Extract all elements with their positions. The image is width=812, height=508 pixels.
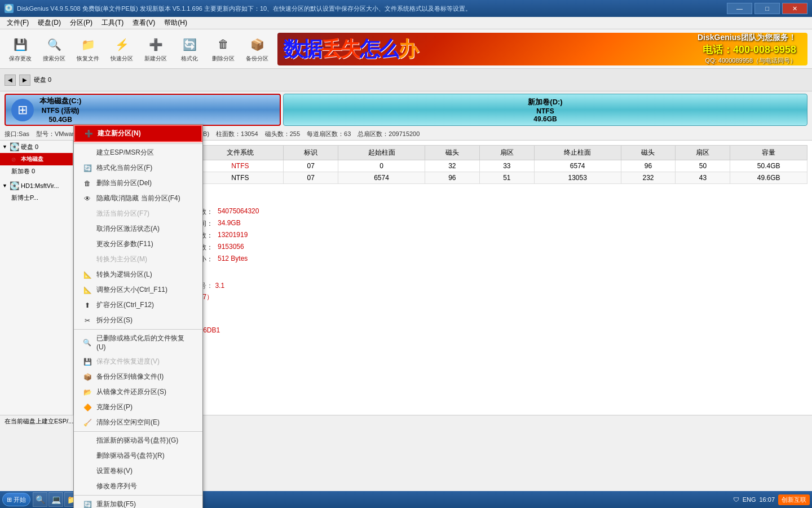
recover-icon: 🔍: [83, 338, 92, 347]
menu-help[interactable]: 帮助(H): [160, 17, 192, 29]
cell-fs: NTFS: [197, 160, 284, 172]
recover-file-button[interactable]: 📁 恢复文件: [72, 33, 104, 65]
maximize-button[interactable]: □: [754, 3, 780, 14]
close-button[interactable]: ✕: [782, 3, 807, 14]
expand-icon: ⬆: [83, 301, 92, 310]
ad-phone: 电话：400-008-9958: [698, 43, 796, 56]
taskbar-shield: 🛡: [733, 496, 739, 503]
backup-icon: 📦: [83, 373, 92, 382]
col-id: 标识: [284, 146, 338, 160]
cell-start-sec: 51: [479, 172, 534, 184]
menu-expand[interactable]: ⬆ 扩容分区(Ctrl_F12): [74, 297, 202, 313]
hd0-label: 硬盘 0: [21, 143, 38, 151]
titlebar-text: DiskGenius V4.9.5.508 免费版(单文件PE版) 发现新版本 …: [17, 5, 727, 13]
format-icon: 🔄: [83, 164, 92, 173]
save-button[interactable]: 💾 保存更改: [5, 33, 36, 65]
partition-d-label: 新加卷 0: [11, 167, 35, 176]
cell-end-head: 96: [621, 160, 676, 172]
menu-esp-msr[interactable]: 建立ESP/MSR分区: [74, 145, 202, 160]
taskbar-icon-monitor[interactable]: 💻: [48, 492, 63, 507]
menu-resize[interactable]: 📐 调整分区大小(Ctrl_F11): [74, 282, 202, 297]
windows-logo: ⊞: [7, 496, 12, 503]
cell-end-sec: 50: [676, 160, 730, 172]
menu-backup-image[interactable]: 📦 备份分区到镜像文件(I): [74, 369, 202, 384]
col-start-cyl: 起始柱面: [338, 146, 425, 160]
sidebar: ▼ 💽 硬盘 0 ⊘ 本地磁盘 新加卷 0 ▼ 💽 HD1:MsftVir...…: [0, 141, 73, 415]
menu-hide[interactable]: 👁 隐藏/取消隐藏 当前分区(F4): [74, 191, 202, 206]
nav-prev[interactable]: ◀: [5, 75, 16, 86]
menu-format[interactable]: 🔄 格式化当前分区(F): [74, 160, 202, 176]
menu-disk[interactable]: 硬盘(D): [33, 17, 65, 29]
cell-size: 50.4GB: [730, 160, 807, 172]
taskbar-lang: ENG: [743, 496, 756, 503]
cell-start-cyl: 0: [338, 160, 425, 172]
taskbar-icon-search[interactable]: 🔍: [33, 492, 47, 507]
ad-banner: 数据 丢失 怎么 办 DiskGenius团队为您服务！ 电话：400-008-…: [277, 33, 807, 65]
quick-partition-button[interactable]: ⚡ 快速分区: [106, 33, 138, 65]
menu-tools[interactable]: 工具(T): [97, 17, 128, 29]
menu-restore-image[interactable]: 📂 从镜像文件还原分区(S): [74, 384, 202, 400]
disk-heads: 磁头数：255: [265, 130, 300, 138]
error-icon: ⊘: [11, 156, 16, 163]
nav-next[interactable]: ▶: [19, 75, 30, 86]
recover-icon: 📁: [79, 36, 97, 54]
split-icon: ✂: [83, 316, 92, 325]
cell-id: 07: [284, 160, 338, 172]
context-menu: ➕ 建立新分区(N) 建立ESP/MSR分区 🔄 格式化当前分区(F) 🗑 删除…: [73, 141, 203, 415]
sidebar-item-xboshi[interactable]: 新博士P...: [0, 192, 73, 204]
sidebar-item-partition-c[interactable]: ⊘ 本地磁盘: [0, 153, 73, 165]
menu-file[interactable]: 文件(F): [2, 17, 33, 29]
disk-total-sectors: 总扇区数：209715200: [358, 130, 420, 138]
menu-partition[interactable]: 分区(P): [65, 17, 97, 29]
format-button[interactable]: 🔄 格式化: [174, 33, 205, 65]
cell-id: 07: [284, 172, 338, 184]
sidebar-item-hd0[interactable]: ▼ 💽 硬盘 0: [0, 141, 73, 153]
sidebar-item-partition-d[interactable]: 新加卷 0: [0, 165, 73, 177]
col-size: 容量: [730, 146, 807, 160]
menu-file-recover[interactable]: 🔍 已删除或格式化后的文件恢复(U): [74, 331, 202, 354]
col-end-head: 磁头: [621, 146, 676, 160]
backup-button[interactable]: 📦 备份分区: [241, 33, 273, 65]
col-end-cyl: 终止柱面: [534, 146, 621, 160]
minimize-button[interactable]: —: [727, 3, 752, 14]
menu-view[interactable]: 查看(V): [128, 17, 160, 29]
menu-clone[interactable]: 🔶 克隆分区(P): [74, 400, 202, 415]
hd0-icon: 💽: [10, 142, 19, 151]
menu-new-partition[interactable]: ➕ 建立新分区(N): [74, 141, 202, 142]
xboshi-label: 新博士P...: [11, 194, 38, 202]
cell-start-sec: 33: [479, 160, 534, 172]
new-partition-button[interactable]: ➕ 新建分区: [140, 33, 171, 65]
disk-interface: 接口:Sas: [5, 130, 29, 138]
menu-primary: 转换为主分区(M): [74, 252, 202, 267]
menu-change-params[interactable]: 更改分区参数(F11): [74, 237, 202, 252]
titlebar: 💿 DiskGenius V4.9.5.508 免费版(单文件PE版) 发现新版…: [0, 0, 812, 17]
backup-icon: 📦: [248, 36, 266, 54]
resize-icon: 📐: [83, 286, 92, 295]
menubar: 文件(F) 硬盘(D) 分区(P) 工具(T) 查看(V) 帮助(H): [0, 17, 812, 29]
cell-end-cyl: 13053: [534, 172, 621, 184]
menu-delete[interactable]: 🗑 删除当前分区(Del): [74, 176, 202, 191]
partition-c-visual[interactable]: ⊞ 本地磁盘(C:) NTFS (活动) 50.4GB: [5, 94, 281, 126]
hd1-icon: 💽: [10, 181, 19, 190]
menu-logical[interactable]: 📐 转换为逻辑分区(L): [74, 267, 202, 282]
search-icon: 🔍: [45, 36, 63, 54]
ad-qq: QQ: 4000089958（与电话同号）: [698, 56, 796, 65]
disk-cylinders: 柱面数：13054: [216, 130, 258, 138]
disk-sectors: 每道扇区数：63: [307, 130, 351, 138]
ad-logo: DiskGenius团队为您服务！: [698, 33, 796, 43]
menu-save-progress: 💾 保存文件恢复进度(V): [74, 354, 202, 369]
cell-end-head: 232: [621, 172, 676, 184]
cell-size: 49.6GB: [730, 172, 807, 184]
cell-end-sec: 43: [676, 172, 730, 184]
delete-partition-button[interactable]: 🗑 删除分区: [208, 33, 239, 65]
cell-fs: NTFS: [197, 172, 284, 184]
windows-icon: ⊞: [11, 99, 34, 121]
menu-deactivate[interactable]: 取消分区激活状态(A): [74, 221, 202, 237]
new-icon: ➕: [147, 36, 165, 54]
restore-icon: 📂: [83, 388, 92, 397]
partition-d-visual[interactable]: 新加卷(D:) NTFS 49.6GB: [283, 94, 807, 126]
start-button[interactable]: ⊞ 开始: [2, 493, 30, 506]
search-partition-button[interactable]: 🔍 搜索分区: [38, 33, 70, 65]
menu-split[interactable]: ✂ 拆分分区(S): [74, 313, 202, 328]
sidebar-item-hd1[interactable]: ▼ 💽 HD1:MsftVir...: [0, 179, 73, 192]
